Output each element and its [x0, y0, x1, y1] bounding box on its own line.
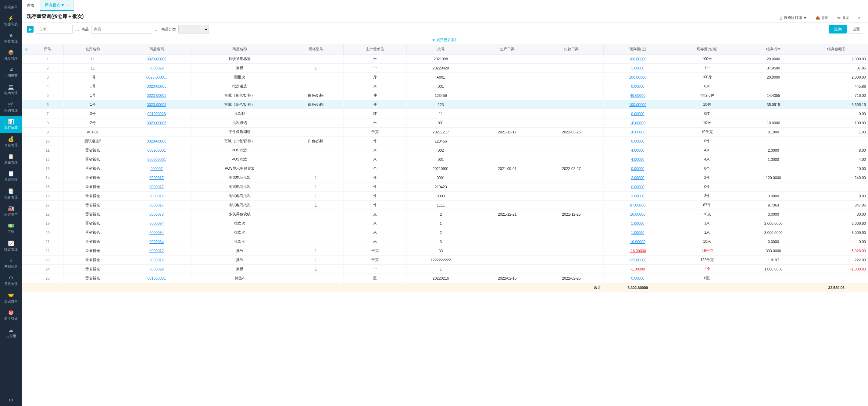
- sidebar-item-assets[interactable]: 🏭 固定资产: [0, 203, 22, 220]
- row-qty-main[interactable]: 1.00000: [603, 219, 672, 228]
- row-qty-main[interactable]: 10.00000: [603, 237, 672, 246]
- warehouse-dots[interactable]: ...: [75, 27, 79, 32]
- sidebar-item-basic[interactable]: ℹ 基础信息: [0, 255, 22, 272]
- row-qty-main[interactable]: 49.60000: [603, 91, 672, 100]
- sidebar-item-salary[interactable]: 💵 工资: [0, 220, 22, 237]
- sidebar-item-purchase[interactable]: 🛒 采购管理: [0, 98, 22, 116]
- print-btn[interactable]: 🖨 按模版打印 ▼: [777, 14, 809, 22]
- row-code[interactable]: 0000084: [122, 219, 191, 228]
- row-qty-main[interactable]: 4.00000: [603, 146, 672, 155]
- row-checkbox[interactable]: [22, 55, 32, 64]
- warehouse-input[interactable]: [36, 25, 72, 34]
- row-code[interactable]: 000900001: [122, 146, 191, 155]
- row-checkbox[interactable]: [22, 164, 32, 173]
- row-code[interactable]: [122, 128, 191, 137]
- tab-home[interactable]: 首页: [22, 0, 40, 11]
- sidebar-item-wholesale[interactable]: 📦 批发管理: [0, 46, 22, 64]
- row-qty-main[interactable]: 2.00000: [603, 173, 672, 182]
- sidebar-item-tax[interactable]: 📑 税务管理: [0, 185, 22, 203]
- row-code[interactable]: 0023-00008: [122, 137, 191, 146]
- row-code[interactable]: 0000017: [122, 201, 191, 210]
- row-checkbox[interactable]: [22, 182, 32, 192]
- row-code[interactable]: 0000012: [122, 256, 191, 265]
- row-code[interactable]: 0000017: [122, 182, 191, 192]
- row-code[interactable]: 0000084: [122, 228, 191, 237]
- row-code[interactable]: 001000026: [122, 109, 191, 119]
- category-select[interactable]: [178, 25, 209, 34]
- row-qty-main[interactable]: 3.00000: [603, 192, 672, 201]
- row-checkbox[interactable]: [22, 91, 32, 100]
- row-code[interactable]: 0000084: [122, 237, 191, 246]
- row-qty-main[interactable]: 0.00000: [603, 137, 672, 146]
- row-code[interactable]: 0000078: [122, 210, 191, 219]
- export-btn[interactable]: 📤 导出: [813, 14, 831, 22]
- sidebar-item-ledger[interactable]: 📋 总账管理: [0, 150, 22, 168]
- row-code[interactable]: 0023-0000...: [122, 73, 191, 82]
- row-code[interactable]: 0000029: [122, 265, 191, 274]
- row-code[interactable]: 0000017: [122, 192, 191, 201]
- row-qty-main[interactable]: 0.00000: [603, 82, 672, 91]
- row-checkbox[interactable]: [22, 274, 32, 283]
- row-qty-main[interactable]: 122.00000: [603, 256, 672, 265]
- tab-inventory-batch[interactable]: 库存批次▼ ×: [40, 0, 74, 11]
- sidebar-item-guide[interactable]: 🎯 新手引导: [0, 307, 22, 324]
- sidebar-item-sysm[interactable]: ⚙ 系统管理: [0, 272, 22, 289]
- row-checkbox[interactable]: [22, 228, 32, 237]
- row-qty-main[interactable]: 0.00000: [603, 109, 672, 119]
- row-qty-main[interactable]: 0.00000: [603, 164, 672, 173]
- row-code[interactable]: 0023-00005: [122, 91, 191, 100]
- row-qty-main[interactable]: 0.00000: [603, 182, 672, 192]
- page-close-btn[interactable]: ×: [856, 14, 863, 22]
- row-checkbox[interactable]: [22, 146, 32, 155]
- product-input[interactable]: [91, 25, 152, 34]
- tab-close-icon[interactable]: ×: [66, 3, 69, 7]
- row-code[interactable]: 0023-00005: [122, 119, 191, 128]
- sidebar-search[interactable]: 搜索菜单: [0, 2, 22, 12]
- sidebar-item-invoice[interactable]: 🧾 发票管理: [0, 168, 22, 185]
- row-qty-main[interactable]: 10.00000: [603, 128, 672, 137]
- row-code[interactable]: 0023-00008: [122, 100, 191, 109]
- row-checkbox[interactable]: [22, 100, 32, 109]
- filter-toggle-btn[interactable]: ▶: [27, 26, 34, 33]
- row-checkbox[interactable]: [22, 155, 32, 164]
- product-dots[interactable]: ...: [155, 27, 159, 32]
- sidebar-item-inventory[interactable]: 📊 库存核算: [0, 116, 22, 133]
- row-checkbox[interactable]: [22, 237, 32, 246]
- row-checkbox[interactable]: [22, 210, 32, 219]
- row-qty-main[interactable]: 1.00000: [603, 228, 672, 237]
- sidebar-item-finance[interactable]: 💰 资金管理: [0, 133, 22, 150]
- row-checkbox[interactable]: [22, 82, 32, 91]
- row-code[interactable]: 0000012: [122, 246, 191, 256]
- expand-link[interactable]: ▼ 展开更多条件: [432, 37, 458, 43]
- row-code[interactable]: 000097: [122, 164, 191, 173]
- row-checkbox[interactable]: [22, 192, 32, 201]
- row-checkbox[interactable]: [22, 219, 32, 228]
- row-checkbox[interactable]: [22, 64, 32, 73]
- row-checkbox[interactable]: [22, 119, 32, 128]
- sidebar-item-ops[interactable]: 📈 经营管理: [0, 237, 22, 255]
- row-code[interactable]: 0000029: [122, 64, 191, 73]
- sidebar-item-ecom[interactable]: 💻 电商管理: [0, 81, 22, 98]
- row-code[interactable]: 000900001: [122, 155, 191, 164]
- row-code[interactable]: 0023-00009: [122, 55, 191, 64]
- row-checkbox[interactable]: [22, 256, 32, 265]
- row-checkbox[interactable]: [22, 201, 32, 210]
- row-checkbox[interactable]: [22, 128, 32, 137]
- row-qty-main[interactable]: 0.00000: [603, 274, 672, 283]
- row-qty-main[interactable]: 10.00000: [603, 119, 672, 128]
- row-code[interactable]: 0023-00005: [122, 82, 191, 91]
- row-checkbox[interactable]: [22, 173, 32, 182]
- row-checkbox[interactable]: [22, 137, 32, 146]
- sidebar-item-cloud[interactable]: ☁ 云应用: [0, 324, 22, 341]
- row-qty-main[interactable]: -16.00000: [603, 246, 672, 256]
- row-qty-main[interactable]: 100.00000: [603, 55, 672, 64]
- search-btn[interactable]: 查询: [829, 25, 847, 34]
- sidebar-item-quicknav[interactable]: ⚡ 快捷导航: [0, 12, 22, 30]
- sidebar-item-retail[interactable]: 🛍 零售管理: [0, 30, 22, 46]
- row-code[interactable]: 0000017: [122, 173, 191, 182]
- table-container[interactable]: ☉ 序号 仓库名称 商品编码 商品名称 规格型号 主计量单位 批号 生产日期 失…: [22, 44, 868, 406]
- row-qty-main[interactable]: 1.00000: [603, 64, 672, 73]
- sidebar-item-collab[interactable]: 🤝 企业协同: [0, 289, 22, 307]
- sidebar-item-small-ecom[interactable]: 🖥 小胡电商: [0, 64, 22, 81]
- settings-btn[interactable]: 设置: [849, 25, 863, 34]
